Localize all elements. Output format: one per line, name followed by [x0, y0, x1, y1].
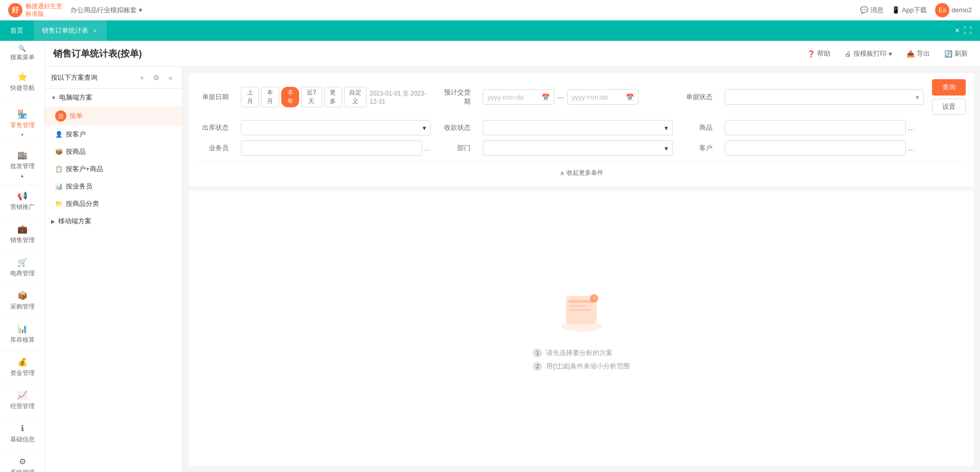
- date-btn-7days[interactable]: 近7天: [301, 87, 322, 107]
- date-btn-this-year[interactable]: 本年: [281, 87, 299, 107]
- date-btn-more[interactable]: 更多: [324, 87, 342, 107]
- message-icon: 💬: [860, 6, 868, 14]
- sidebar-item-marketing[interactable]: 📢 营销推广: [0, 185, 44, 218]
- goods-category-tree-icon: 📁: [55, 200, 63, 207]
- collapse-icon: «: [168, 74, 173, 82]
- sidebar-item-shortcut[interactable]: ⭐ 快捷导航: [0, 66, 44, 99]
- filter-row-date: 单据日期 上月 本月 本年 近7天 更多 自定义 2023-01-01 至 20…: [197, 79, 966, 115]
- date-btn-custom[interactable]: 自定义: [344, 87, 366, 107]
- message-action[interactable]: 💬 消息: [860, 6, 884, 15]
- customer-goods-tree-icon: 📋: [55, 166, 63, 173]
- delivery-dropdown-icon: ▾: [423, 124, 426, 132]
- sales-icon: 💼: [17, 224, 28, 234]
- customer-wrap: ...: [725, 140, 915, 156]
- goods-input[interactable]: [725, 120, 906, 135]
- goods-label: 商品: [681, 123, 717, 132]
- sidebar-item-purchase[interactable]: 📦 采购管理: [0, 285, 44, 318]
- svg-rect-4: [569, 309, 592, 311]
- delivery-select[interactable]: ▾: [241, 120, 431, 135]
- sidebar-item-system[interactable]: ⚙ 系统管理: [0, 451, 44, 472]
- add-icon: +: [140, 74, 144, 82]
- sidebar: 🔍 搜索菜单 ⭐ 快捷导航 🏪 零售管理 ▾ 🏬 批发管理 ▴ 📢 营销推广 💼…: [0, 41, 45, 472]
- download-icon: 📱: [892, 6, 900, 14]
- tab-bar: 首页 销售订单统计表 × × ⛶: [0, 20, 980, 41]
- tab-close-btn[interactable]: ×: [91, 27, 99, 34]
- template-print-btn[interactable]: 🖨 按模板打印 ▾: [841, 47, 896, 60]
- expected-date-to[interactable]: yyyy-mm-dd 📅: [567, 89, 639, 105]
- ecommerce-icon: 🛒: [17, 257, 28, 267]
- left-panel-header: 按以下方案查询 + ⚙ «: [45, 67, 182, 89]
- customer-more-btn[interactable]: ...: [908, 144, 915, 153]
- collapse-panel-btn[interactable]: «: [165, 72, 176, 83]
- settings-button[interactable]: 设置: [932, 99, 966, 115]
- empty-state: ? 1 请先选择要分析的方案 2 用[过滤]条件来缩小分析范围: [189, 191, 974, 466]
- sidebar-item-inventory[interactable]: 📊 库存核算: [0, 318, 44, 351]
- date-separator: —: [557, 93, 564, 101]
- filter-row-delivery: 出库状态 ▾ 收款状态 ▾: [197, 120, 966, 135]
- add-scheme-btn[interactable]: +: [136, 72, 148, 83]
- user-area[interactable]: Ea demo2: [935, 3, 972, 17]
- tab-home[interactable]: 首页: [0, 20, 34, 41]
- salesperson-more-btn[interactable]: ...: [424, 144, 431, 153]
- sidebar-item-finance[interactable]: 💰 资金管理: [0, 351, 44, 384]
- expected-date-from[interactable]: yyyy-mm-dd 📅: [483, 89, 554, 105]
- tree-item-by-order[interactable]: 按 按单: [45, 106, 182, 126]
- tree-item-by-goods-category[interactable]: 📁 按商品分类: [45, 195, 182, 213]
- operations-icon: 📈: [17, 390, 28, 400]
- top-bar-right: 💬 消息 📱 App下载 Ea demo2: [860, 3, 972, 17]
- left-panel-actions: + ⚙ «: [136, 72, 176, 83]
- salesperson-wrap: ...: [241, 140, 431, 156]
- user-name: demo2: [951, 6, 972, 14]
- svg-rect-2: [569, 300, 594, 303]
- tree-item-by-customer-goods[interactable]: 📋 按客户+商品: [45, 160, 182, 178]
- filter-row-salesperson: 业务员 ... 部门 ▾: [197, 140, 966, 156]
- department-select[interactable]: ▾: [483, 140, 673, 156]
- tree-parent-mobile[interactable]: ▶ 移动端方案: [45, 213, 182, 230]
- close-window-btn[interactable]: ×: [955, 26, 960, 35]
- collapse-row: ∧ 收起更多条件: [197, 161, 966, 180]
- app-download-action[interactable]: 📱 App下载: [892, 6, 927, 15]
- payment-label: 收款状态: [439, 123, 475, 132]
- sidebar-item-retail[interactable]: 🏪 零售管理 ▾: [0, 103, 44, 144]
- empty-step-2: 2 用[过滤]条件来缩小分析范围: [533, 362, 629, 371]
- customer-input[interactable]: [725, 140, 906, 156]
- salesperson-input[interactable]: [241, 140, 422, 156]
- goods-tree-icon: 📦: [55, 148, 63, 155]
- sidebar-search[interactable]: 🔍 搜索菜单: [0, 41, 44, 66]
- dropdown-arrow-icon: ▾: [139, 6, 142, 14]
- goods-more-btn[interactable]: ...: [908, 123, 915, 132]
- page-title: 销售订单统计表(按单): [53, 48, 142, 60]
- system-icon: ⚙: [19, 457, 26, 466]
- collapse-arrow-icon: ∧: [560, 170, 565, 177]
- query-button[interactable]: 查询: [932, 79, 966, 96]
- sidebar-item-sales[interactable]: 💼 销售管理: [0, 218, 44, 251]
- date-btn-last-month[interactable]: 上月: [241, 87, 259, 107]
- payment-select[interactable]: ▾: [483, 120, 673, 135]
- refresh-btn[interactable]: 🔄 刷新: [940, 47, 972, 60]
- page-actions: ❓ 帮助 🖨 按模板打印 ▾ 📤 导出 🔄 刷新: [803, 47, 972, 60]
- basic-icon: ℹ: [21, 423, 24, 433]
- print-arrow-icon: ▾: [889, 50, 892, 58]
- date-btn-this-month[interactable]: 本月: [261, 87, 279, 107]
- order-status-select[interactable]: ▾: [725, 89, 924, 105]
- department-label: 部门: [439, 144, 475, 153]
- expand-btn[interactable]: ⛶: [964, 26, 972, 35]
- collapse-filters-btn[interactable]: ∧ 收起更多条件: [557, 166, 606, 180]
- settings-scheme-btn[interactable]: ⚙: [151, 72, 162, 83]
- expected-date-group: yyyy-mm-dd 📅 — yyyy-mm-dd 📅: [483, 89, 639, 105]
- sidebar-item-operations[interactable]: 📈 经营管理: [0, 384, 44, 417]
- sidebar-item-ecommerce[interactable]: 🛒 电商管理: [0, 251, 44, 285]
- purchase-icon: 📦: [17, 291, 28, 300]
- app-selector[interactable]: 办公用品行业模拟账套 ▾: [66, 4, 146, 17]
- tree-item-by-goods[interactable]: 📦 按商品: [45, 143, 182, 160]
- help-btn[interactable]: ❓ 帮助: [803, 47, 835, 60]
- export-btn[interactable]: 📤 导出: [902, 47, 934, 60]
- tree-item-by-customer[interactable]: 👤 按客户: [45, 126, 182, 143]
- department-dropdown-icon: ▾: [665, 145, 668, 152]
- tree-parent-pc[interactable]: ▼ 电脑端方案: [45, 89, 182, 106]
- tree-item-by-salesperson[interactable]: 📊 按业务员: [45, 178, 182, 195]
- tab-sales-order[interactable]: 销售订单统计表 ×: [34, 20, 107, 41]
- department-wrap: ▾: [483, 140, 673, 156]
- sidebar-item-basic[interactable]: ℹ 基础信息: [0, 417, 44, 451]
- sidebar-item-wholesale[interactable]: 🏬 批发管理 ▴: [0, 144, 44, 185]
